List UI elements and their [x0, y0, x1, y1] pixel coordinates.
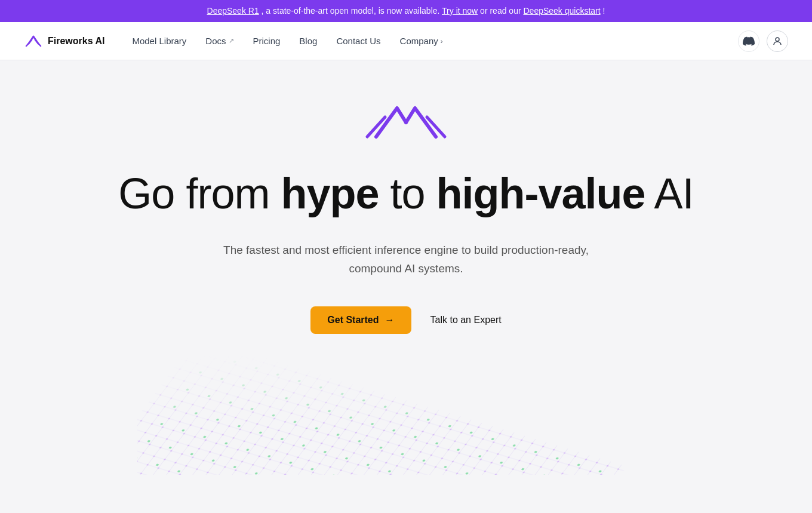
- grid-visualization: [137, 355, 675, 475]
- banner-text-suffix: or read our: [480, 6, 523, 16]
- banner-text-middle: , a state-of-the-art open model, is now …: [262, 6, 440, 16]
- grid-svg: [137, 355, 675, 475]
- external-link-icon: ↗: [229, 37, 234, 45]
- svg-rect-9: [137, 355, 675, 475]
- user-icon: [772, 36, 783, 47]
- get-started-button[interactable]: Get Started →: [310, 306, 411, 334]
- talk-to-expert-label: Talk to an Expert: [430, 315, 502, 325]
- nav-docs[interactable]: Docs ↗: [197, 31, 242, 51]
- announcement-banner: DeepSeek R1 , a state-of-the-art open mo…: [0, 0, 812, 22]
- user-account-button[interactable]: [767, 30, 788, 52]
- try-it-now-link[interactable]: Try it now: [442, 6, 478, 16]
- talk-to-expert-button[interactable]: Talk to an Expert: [430, 315, 502, 325]
- nav-model-library[interactable]: Model Library: [124, 31, 195, 51]
- fireworks-logo-icon: [24, 32, 43, 51]
- hero-logo-icon: [364, 96, 448, 144]
- banner-text-end: !: [603, 6, 605, 16]
- hero-subtitle: The fastest and most efficient inference…: [203, 241, 609, 278]
- arrow-right-icon: →: [385, 315, 395, 325]
- get-started-label: Get Started: [327, 315, 379, 325]
- hero-logo: [364, 96, 448, 146]
- nav-company[interactable]: Company ›: [392, 31, 451, 51]
- hero-title: Go from hype to high-value AI: [118, 170, 693, 217]
- hero-title-part3: AI: [645, 170, 694, 217]
- quickstart-link[interactable]: DeepSeek quickstart: [523, 6, 600, 16]
- chevron-down-icon: ›: [441, 38, 443, 45]
- deepseek-r1-link[interactable]: DeepSeek R1: [207, 6, 259, 16]
- hero-cta-group: Get Started → Talk to an Expert: [310, 306, 501, 334]
- hero-title-part2: to: [379, 170, 436, 217]
- navbar-actions: [738, 30, 788, 52]
- navbar-links: Model Library Docs ↗ Pricing Blog Contac…: [124, 31, 738, 51]
- discord-button[interactable]: [738, 30, 759, 52]
- navbar: Fireworks AI Model Library Docs ↗ Pricin…: [0, 22, 812, 60]
- hero-title-bold1: hype: [281, 170, 379, 217]
- brand-name: Fireworks AI: [48, 36, 104, 47]
- hero-title-bold2: high-value: [436, 170, 645, 217]
- nav-blog[interactable]: Blog: [291, 31, 325, 51]
- nav-contact-us[interactable]: Contact Us: [328, 31, 389, 51]
- hero-section: Go from hype to high-value AI The fastes…: [0, 60, 812, 475]
- nav-pricing[interactable]: Pricing: [245, 31, 289, 51]
- discord-icon: [743, 35, 755, 47]
- svg-point-0: [776, 38, 779, 41]
- brand-logo[interactable]: Fireworks AI: [24, 32, 104, 51]
- hero-title-part1: Go from: [118, 170, 281, 217]
